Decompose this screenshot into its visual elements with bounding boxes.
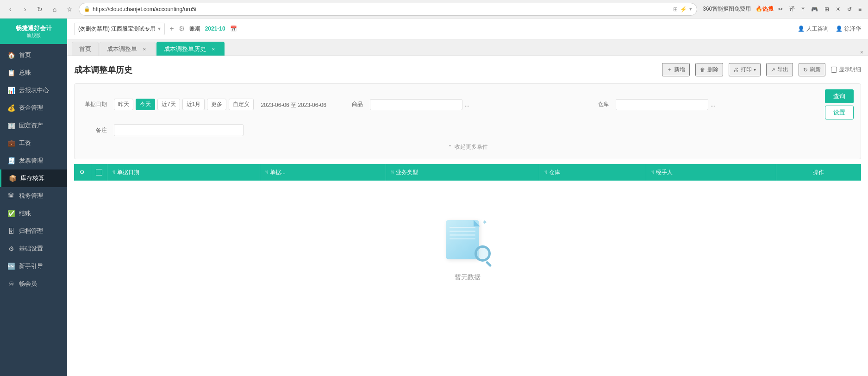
search-handle <box>486 261 492 267</box>
date-btn-1month[interactable]: 近1月 <box>182 99 205 110</box>
sidebar-item-archive[interactable]: 🗄 归档管理 <box>0 222 67 240</box>
display-cols-toggle[interactable]: 显示明细 <box>831 66 861 74</box>
sidebar-item-report[interactable]: 📊 云报表中心 <box>0 81 67 99</box>
sidebar-item-label: 发票管理 <box>19 157 43 165</box>
sidebar-item-home[interactable]: 🏠 首页 <box>0 46 67 64</box>
th-biz-type[interactable]: ⇅ 业务类型 <box>386 164 539 181</box>
collapse-label: 收起更多条件 <box>455 143 488 151</box>
th-doc-no[interactable]: ⇅ 单据... <box>260 164 386 181</box>
sun-icon[interactable]: ☀ <box>834 5 843 13</box>
date-btn-today[interactable]: 今天 <box>136 99 155 110</box>
menu-icon[interactable]: ≡ <box>856 5 863 13</box>
goods-more-icon[interactable]: ... <box>465 101 469 108</box>
sidebar-nav: 🏠 首页 📋 总账 📊 云报表中心 💰 资金管理 🏢 固定资产 💼 工资 <box>0 44 67 376</box>
settings-button[interactable]: 设置 <box>825 106 854 119</box>
user-avatar-icon: 👤 <box>836 25 843 32</box>
tab-close-icon[interactable]: × <box>141 45 148 53</box>
company-selector[interactable]: (勿删勿禁用) 江西服宝测试专用 ▾ <box>74 23 165 35</box>
sidebar-item-fund[interactable]: 💰 资金管理 <box>0 99 67 117</box>
date-btn-more[interactable]: 更多 <box>207 99 226 110</box>
remark-input[interactable] <box>114 124 244 136</box>
home-icon: 🏠 <box>7 51 15 59</box>
scissors-icon[interactable]: ✂ <box>776 5 785 13</box>
sidebar-item-label: 固定资产 <box>19 121 43 130</box>
tab-close-icon[interactable]: × <box>210 45 217 53</box>
forward-button[interactable]: › <box>19 4 31 15</box>
logo-sub: 旗舰版 <box>27 32 41 39</box>
delete-button[interactable]: 🗑 删除 <box>695 63 723 76</box>
wallet-icon[interactable]: ¥ <box>799 5 806 13</box>
back-button[interactable]: ‹ <box>5 4 16 15</box>
home-button[interactable]: ⌂ <box>49 4 60 15</box>
search-circle <box>475 245 491 262</box>
select-all-checkbox[interactable] <box>96 169 102 175</box>
refresh-button[interactable]: ↻ 刷新 <box>799 63 825 76</box>
export-button[interactable]: ↗ 导出 <box>766 63 793 76</box>
sidebar-item-salary[interactable]: 💼 工资 <box>0 134 67 152</box>
customer-service-button[interactable]: 👤 人工咨询 <box>798 25 829 33</box>
sidebar-item-close[interactable]: ✅ 结账 <box>0 205 67 222</box>
warehouse-more-icon[interactable]: ... <box>711 101 715 108</box>
query-button[interactable]: 查询 <box>825 89 854 103</box>
close-all-tabs-button[interactable]: × <box>855 49 868 56</box>
date-filter-group: 昨天 今天 近7天 近1月 更多 自定义 <box>114 99 254 110</box>
sort-up-icon: ⇅ <box>265 170 269 175</box>
tab-cost-adjust[interactable]: 成本调整单 × <box>100 42 156 56</box>
th-warehouse[interactable]: ⇅ 仓库 <box>539 164 646 181</box>
add-button[interactable]: ＋ 新增 <box>662 63 690 76</box>
tab-settings-icon[interactable]: ⚙ <box>179 25 185 33</box>
print-dropdown-icon: ▾ <box>754 67 756 72</box>
tab-cost-adjust-history[interactable]: 成本调整单历史 × <box>156 42 225 56</box>
display-cols-checkbox[interactable] <box>831 67 837 73</box>
sidebar-item-member[interactable]: ♾ 畅会员 <box>0 275 67 293</box>
th-gear[interactable]: ⚙ <box>74 164 91 181</box>
settings-icon: ⚙ <box>7 245 15 252</box>
th-checkbox[interactable] <box>91 164 107 181</box>
th-docno-label: 单据... <box>270 169 286 176</box>
th-date[interactable]: ⇅ 单据日期 <box>107 164 260 181</box>
translate-icon[interactable]: 译 <box>787 4 797 14</box>
date-btn-yesterday[interactable]: 昨天 <box>114 99 133 110</box>
sidebar-item-tax[interactable]: 🏛 税务管理 <box>0 187 67 205</box>
service-label: 人工咨询 <box>806 25 829 33</box>
collapse-icon: ⌃ <box>448 144 452 150</box>
add-tab-button[interactable]: + <box>169 25 174 33</box>
calendar-icon[interactable]: 📅 <box>230 25 237 32</box>
history-icon[interactable]: ↺ <box>845 5 854 13</box>
tab-home[interactable]: 首页 <box>72 42 99 56</box>
goods-input[interactable] <box>370 99 462 110</box>
sidebar: 畅捷通好会计 旗舰版 🏠 首页 📋 总账 📊 云报表中心 💰 资金管理 🏢 <box>0 19 67 376</box>
delete-label: 删除 <box>707 66 718 74</box>
sidebar-logo[interactable]: 畅捷通好会计 旗舰版 <box>0 19 67 44</box>
warehouse-filter-group: 仓库 <box>598 100 609 108</box>
game-icon[interactable]: 🎮 <box>809 5 820 13</box>
collapse-bar[interactable]: ⌃ 收起更多条件 <box>81 141 854 153</box>
print-button[interactable]: 🖨 打印 ▾ <box>729 63 761 76</box>
user-profile-button[interactable]: 👤 徐泽华 <box>836 25 861 33</box>
date-btn-custom[interactable]: 自定义 <box>229 99 254 110</box>
tab-label: 成本调整单 <box>107 45 137 53</box>
warehouse-input[interactable] <box>616 99 708 110</box>
address-bar[interactable]: 🔒 https://cloud.chanjet.com/accounting/u… <box>79 3 697 16</box>
close-account-icon: ✅ <box>7 210 15 217</box>
sidebar-item-settings[interactable]: ⚙ 基础设置 <box>0 240 67 257</box>
print-icon: 🖨 <box>733 67 739 73</box>
remark-label: 备注 <box>81 126 107 134</box>
guide-icon: 🆕 <box>7 263 15 270</box>
date-btn-7days[interactable]: 近7天 <box>157 99 180 110</box>
th-handler[interactable]: ⇅ 经手人 <box>646 164 776 181</box>
grid-icon[interactable]: ⊞ <box>823 5 831 13</box>
hot-search-label[interactable]: 🔥热搜 <box>756 5 774 13</box>
sidebar-item-guide[interactable]: 🆕 新手引导 <box>0 257 67 275</box>
warehouse-input-area: ... <box>616 99 818 110</box>
sidebar-item-asset[interactable]: 🏢 固定资产 <box>0 117 67 134</box>
sidebar-item-invoice[interactable]: 🧾 发票管理 <box>0 152 67 169</box>
sidebar-item-label: 首页 <box>19 51 31 59</box>
sidebar-item-ledger[interactable]: 📋 总账 <box>0 64 67 81</box>
lock-icon: 🔒 <box>84 6 90 12</box>
search-tool[interactable]: 360智能抠图免费用 <box>701 4 753 14</box>
star-button[interactable]: ☆ <box>64 4 75 15</box>
sidebar-item-inventory[interactable]: 📦 库存核算 <box>0 169 67 187</box>
logo-title: 畅捷通好会计 <box>16 24 52 32</box>
refresh-button[interactable]: ↻ <box>34 4 45 15</box>
